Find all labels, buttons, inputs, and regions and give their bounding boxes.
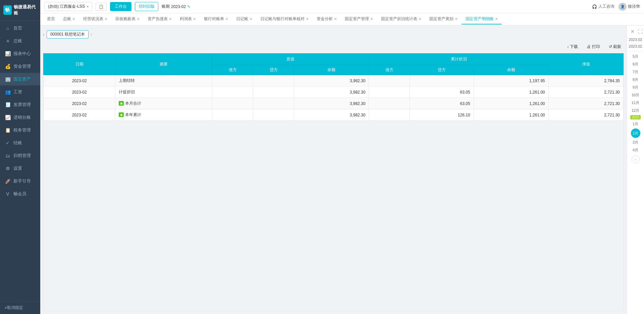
tab-fixed-detail[interactable]: 固定资产明细账✕ — [462, 14, 502, 24]
sidebar-item-settlement[interactable]: ✓结账 — [0, 137, 40, 149]
month-2022-5[interactable]: 10月 — [627, 91, 644, 99]
sidebar-item-label-member: 畅会员 — [13, 191, 26, 197]
col-date-header: 日期 — [44, 54, 115, 75]
month-2022-2[interactable]: 7月 — [627, 68, 644, 76]
month-2022-0[interactable]: 5月 — [627, 53, 644, 60]
print-button[interactable]: 🖨 打印 — [584, 43, 602, 51]
payroll-icon: 👥 — [5, 89, 11, 95]
month-2023-1[interactable]: 2月 — [631, 128, 640, 138]
cell-dep-balance: 1,261.00 — [474, 87, 548, 98]
period-edit-icon[interactable]: ✎ — [187, 4, 191, 9]
year-label-2[interactable]: 2023.02 — [627, 43, 644, 50]
tab-close-ledger[interactable]: ✕ — [72, 17, 75, 21]
tab-close-assets[interactable]: ✕ — [169, 17, 172, 21]
tab-label-fixed-category: 固定资产类别 — [429, 16, 453, 22]
tab-close-fixed-mgmt[interactable]: ✕ — [370, 17, 373, 21]
tab-ledger[interactable]: 总账✕ — [59, 14, 79, 24]
tab-journal[interactable]: 日记账✕ — [232, 14, 256, 24]
sidebar-item-reports[interactable]: 📊报表中心 — [0, 47, 40, 60]
panel-expand-button[interactable]: ⛶ — [637, 28, 644, 36]
tab-fixed-mgmt[interactable]: 固定资产管理✕ — [341, 14, 377, 24]
sidebar-item-ledger[interactable]: ≡总账 — [0, 35, 40, 47]
tab-close-management[interactable]: ✕ — [105, 17, 107, 21]
tab-close-journal-bank[interactable]: ✕ — [306, 17, 309, 21]
col-dep-balance-header: 余额 — [474, 65, 548, 75]
refresh-button[interactable]: ↺ 刷新 — [606, 43, 624, 51]
tab-close-journal[interactable]: ✕ — [250, 17, 252, 21]
company-selector[interactable]: (勿动) 江西服金-LSS ▾ — [44, 2, 92, 11]
right-panel-collapse-button[interactable]: ○ — [632, 155, 640, 163]
tab-close-fixed-detail[interactable]: ✕ — [495, 17, 498, 21]
tab-label-fixed-mgmt: 固定资产管理 — [345, 16, 369, 22]
sidebar-footer-collapse[interactable]: «取消固定 — [0, 301, 40, 314]
tab-close-profit[interactable]: ✕ — [193, 17, 196, 21]
sidebar-item-sales[interactable]: 📈进销台账 — [0, 111, 40, 124]
month-2023-2[interactable]: 3月 — [627, 139, 644, 146]
month-2022-7[interactable]: 12月 — [627, 107, 644, 114]
topbar-right: 🎧 人工咨询 👤 徐泾华 — [592, 3, 640, 11]
cell-orig-balance: 3,982.30 — [294, 75, 369, 87]
month-2022-1[interactable]: 6月 — [627, 60, 644, 68]
sidebar-item-archive[interactable]: 🗂归档管理 — [0, 149, 40, 162]
cell-dep-credit: 63.05 — [410, 87, 474, 98]
month-2022-6[interactable]: 11月 — [627, 99, 644, 107]
user-menu[interactable]: 👤 徐泾华 — [619, 3, 640, 11]
cell-date: 2023-02 — [44, 87, 115, 98]
col-dep-debit-header: 借方 — [369, 65, 410, 75]
copy-button[interactable]: 📋 — [96, 3, 107, 11]
tab-profit[interactable]: 利润表✕ — [176, 14, 200, 24]
sidebar-item-payroll[interactable]: 👥工资 — [0, 86, 40, 98]
sidebar-item-label-home: 首页 — [13, 25, 22, 31]
sidebar-item-label-sales: 进销台账 — [13, 114, 31, 120]
tab-bank-reconcile[interactable]: 银行对账单✕ — [200, 14, 232, 24]
cell-dep-debit — [369, 87, 410, 98]
tab-close-receivable[interactable]: ✕ — [137, 17, 140, 21]
tab-label-fixed-detail: 固定资产明细账 — [466, 16, 494, 22]
tab-label-depreciation-stats: 固定资产折旧统计表 — [381, 16, 417, 22]
sidebar-item-settings[interactable]: ⚙设置 — [0, 162, 40, 175]
sidebar-item-label-payroll: 工资 — [13, 89, 22, 95]
sidebar-item-home[interactable]: ⌂首页 — [0, 22, 40, 35]
month-2023-0[interactable]: 1月 — [627, 120, 644, 128]
tab-receivable[interactable]: 应收账龄表✕ — [111, 14, 144, 24]
cell-net-value: 2,721.30 — [548, 87, 623, 98]
tab-label-ledger: 总账 — [63, 16, 71, 22]
sidebar-item-fund[interactable]: 💰资金管理 — [0, 60, 40, 73]
tab-depreciation-stats[interactable]: 固定资产折旧统计表✕ — [377, 14, 425, 24]
cell-net-value: 2,784.35 — [548, 75, 623, 87]
nav-prev-arrow[interactable]: ‹ — [43, 32, 45, 37]
sidebar-item-label-guide: 新手引导 — [13, 178, 31, 184]
tab-management[interactable]: 经营状况表✕ — [79, 14, 111, 24]
tab-close-fixed-category[interactable]: ✕ — [455, 17, 458, 21]
sidebar-item-guide[interactable]: 🚀新手引导 — [0, 175, 40, 188]
col-dep-credit-header: 贷方 — [410, 65, 474, 75]
sidebar-item-invoice[interactable]: 🧾发票管理 — [0, 98, 40, 111]
year-label-1[interactable]: 2023.02 — [627, 36, 644, 43]
tab-fund-analysis[interactable]: 资金分析✕ — [313, 14, 341, 24]
tab-close-fund-analysis[interactable]: ✕ — [334, 17, 337, 21]
nav-next-arrow[interactable]: › — [91, 32, 92, 37]
tab-close-depreciation-stats[interactable]: ✕ — [419, 17, 421, 21]
avatar: 👤 — [619, 3, 627, 11]
tab-assets[interactable]: 资产负债表✕ — [144, 14, 176, 24]
sidebar-item-tax[interactable]: 📋税务管理 — [0, 124, 40, 137]
sidebar-item-fixed-assets[interactable]: 🏢固定资产 — [0, 73, 40, 86]
cell-orig-credit — [253, 109, 294, 121]
tab-home[interactable]: 首页 — [43, 14, 59, 24]
tab-journal-bank[interactable]: 日记账与银行对账单核对✕ — [256, 14, 313, 24]
tab-fixed-category[interactable]: 固定资产类别✕ — [425, 14, 462, 24]
month-2022-4[interactable]: 9月 — [627, 84, 644, 91]
workbench-button[interactable]: 工作台 — [110, 2, 131, 11]
download-button[interactable]: ↓ 下载 — [564, 43, 581, 51]
member-icon: V — [5, 191, 11, 197]
sidebar-item-label-invoice: 发票管理 — [13, 102, 31, 108]
tab-close-bank-reconcile[interactable]: ✕ — [225, 17, 228, 21]
month-2023-3[interactable]: 4月 — [627, 146, 644, 154]
service-button[interactable]: 🎧 人工咨询 — [592, 4, 614, 9]
sidebar-item-member[interactable]: V畅会员 — [0, 188, 40, 200]
subnav-item[interactable]: 000001 联想笔记本 — [47, 30, 89, 39]
month-2022-3[interactable]: 8月 — [627, 76, 644, 84]
panel-close-button[interactable]: ✕ — [629, 28, 636, 36]
right-panel: ✕ ⛶ 2023.022023.025月6月7月8月9月10月11月12月202… — [627, 25, 644, 314]
switch-version-button[interactable]: 切到旧版 — [135, 2, 158, 11]
